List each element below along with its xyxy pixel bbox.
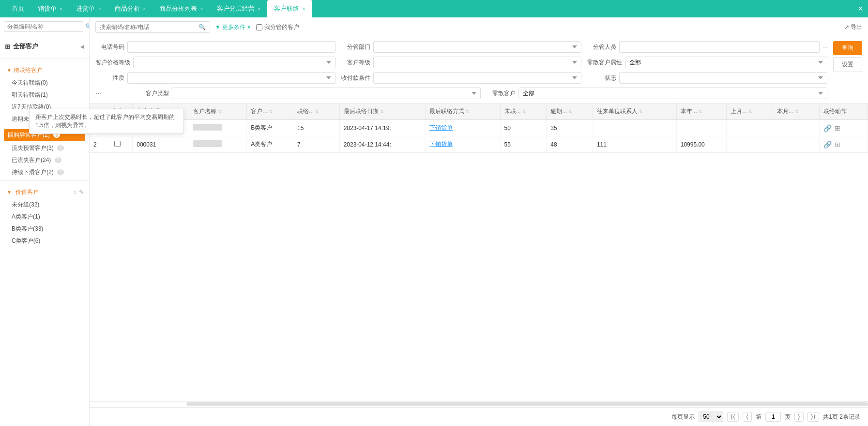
price-grade-select[interactable] bbox=[133, 57, 335, 68]
close-customer-contact-icon[interactable]: × bbox=[302, 6, 305, 12]
sort-this-month-icon[interactable]: ⇅ bbox=[795, 109, 799, 114]
cell-uncontact-1: 55 bbox=[500, 136, 547, 153]
phone-input[interactable] bbox=[127, 41, 335, 53]
cell-uncontact-0: 50 bbox=[500, 120, 547, 136]
page-prev-btn[interactable]: ⟨ bbox=[743, 412, 752, 422]
collapse-icon[interactable]: ◀ bbox=[80, 44, 84, 49]
nav-customer-contact[interactable]: 客户联络 × bbox=[267, 0, 312, 17]
nav-home[interactable]: 首页 bbox=[5, 0, 31, 17]
sort-contact-icon[interactable]: ⇅ bbox=[315, 109, 319, 114]
sort-name-icon[interactable]: ⇅ bbox=[218, 109, 222, 114]
search-input[interactable] bbox=[100, 24, 197, 30]
sidebar-item-loss-warning[interactable]: 流失预警客户(3) ? bbox=[0, 142, 89, 154]
help-icon-1: ? bbox=[57, 145, 64, 151]
sidebar-item-declining-customers[interactable]: 持续下滑客户(2) ? bbox=[0, 166, 89, 178]
sort-type-icon[interactable]: ⇅ bbox=[269, 109, 273, 114]
sidebar-item-class-b[interactable]: B类客户(33) bbox=[0, 223, 89, 235]
status-select[interactable] bbox=[619, 72, 827, 84]
manager-dots-icon[interactable]: ··· bbox=[822, 44, 827, 50]
window-close-icon[interactable]: × bbox=[858, 4, 863, 13]
sort-last-method-icon[interactable]: ⇅ bbox=[466, 109, 470, 114]
sort-last-date-icon[interactable]: ⇅ bbox=[380, 109, 384, 114]
sort-this-year-icon[interactable]: ⇅ bbox=[699, 109, 702, 114]
phone-label: 电话号码 bbox=[95, 43, 124, 51]
sidebar-item-tomorrow-contact[interactable]: 明天待联络(1) bbox=[0, 89, 89, 101]
retail-attr-select[interactable]: 全部 bbox=[625, 57, 827, 68]
cell-name-1 bbox=[189, 136, 247, 153]
nav-sales-order[interactable]: 销货单 × bbox=[31, 0, 69, 17]
action-link-icon-1[interactable]: 🔗 bbox=[823, 141, 832, 148]
filter-icon: ▼ bbox=[215, 24, 221, 30]
pending-contact-group-title[interactable]: ▼ 待联络客户 bbox=[0, 64, 89, 77]
nav-product-analysis[interactable]: 商品分析 × bbox=[108, 0, 152, 17]
action-grid-icon-1[interactable]: ⊞ bbox=[835, 141, 840, 148]
sort-contact2-icon[interactable]: ⇅ bbox=[639, 109, 643, 114]
table-header-row: ⚙ 客户编码⇅ 客户名称⇅ 客户...⇅ 联络...⇅ 最后联络日期⇅ 最后联络… bbox=[90, 103, 868, 120]
value-circle-icon[interactable]: ○ bbox=[73, 189, 77, 196]
all-customers-header[interactable]: ⊞ 全部客户 ◀ bbox=[0, 39, 89, 54]
sidebar-item-lost-customers[interactable]: 已流失客户(24) ? bbox=[0, 154, 89, 166]
th-this-month: 本月...⇅ bbox=[773, 103, 819, 120]
filter-cell-payment: 收付款条件 bbox=[341, 72, 581, 84]
close-product-analysis-icon[interactable]: × bbox=[143, 6, 146, 12]
retail-customer-select[interactable]: 全部 bbox=[518, 88, 827, 99]
settings-button[interactable]: 设置 bbox=[833, 57, 862, 72]
close-product-analysis-list-icon[interactable]: × bbox=[200, 6, 203, 12]
th-overdue: 逾期...⇅ bbox=[547, 103, 593, 120]
query-button[interactable]: 查询 bbox=[833, 41, 862, 55]
customer-grade-select[interactable] bbox=[373, 57, 581, 68]
more-conditions-btn[interactable]: ▼ 更多条件 ∧ bbox=[215, 23, 251, 31]
nav-purchase-order[interactable]: 进货单 × bbox=[69, 0, 107, 17]
page-first-btn[interactable]: ⟨⟨ bbox=[727, 412, 739, 422]
row-checkbox-1[interactable] bbox=[114, 141, 121, 147]
retail-customer-label: 零散客户 bbox=[487, 89, 516, 98]
customer-grade-select-wrap bbox=[373, 57, 581, 68]
my-customers-checkbox[interactable]: 我分管的客户 bbox=[256, 23, 299, 31]
customer-type-select[interactable] bbox=[172, 88, 481, 99]
action-grid-icon-0[interactable]: ⊞ bbox=[835, 124, 840, 132]
last-method-link-0[interactable]: 下销货单 bbox=[429, 124, 453, 131]
export-btn[interactable]: ↗ 导出 bbox=[844, 23, 862, 31]
sidebar-item-no-group[interactable]: 未分组(32) bbox=[0, 199, 89, 211]
value-customer-group-title[interactable]: ▼ 价值客户 ○ ✎ bbox=[0, 186, 89, 199]
sidebar-search-icon[interactable]: 🔍 bbox=[85, 23, 90, 30]
close-sales-order-icon[interactable]: × bbox=[60, 6, 62, 12]
tooltip-box: 距客户上次交易时长，超过了此客户的平均交易周期的1.5倍，则视为异常。 bbox=[90, 109, 184, 134]
action-link-icon-0[interactable]: 🔗 bbox=[823, 124, 832, 132]
sort-last-month-icon[interactable]: ⇅ bbox=[748, 109, 752, 114]
filter-panel: 电话号码 分管部门 分管人员 ··· bbox=[90, 37, 868, 103]
horizontal-scrollbar[interactable] bbox=[186, 402, 868, 406]
dept-select-wrap bbox=[373, 41, 581, 53]
last-method-link-1[interactable]: 下销货单 bbox=[429, 141, 453, 147]
filter-bar: 🔍 ▼ 更多条件 ∧ 我分管的客户 ↗ 导出 bbox=[90, 17, 868, 37]
customer-type-label: 客户类型 bbox=[140, 89, 169, 98]
more-filter-dots-icon[interactable]: ··· bbox=[95, 89, 102, 98]
sidebar-search-input[interactable] bbox=[4, 21, 83, 32]
th-uncontact: 未联...⇅ bbox=[500, 103, 547, 120]
page-next-btn[interactable]: ⟩ bbox=[794, 412, 804, 422]
search-icon[interactable]: 🔍 bbox=[198, 24, 206, 30]
sidebar-item-class-a[interactable]: A类客户(1) bbox=[0, 211, 89, 223]
my-customers-check-input[interactable] bbox=[256, 24, 262, 30]
dept-select[interactable] bbox=[373, 41, 581, 53]
sidebar-item-class-c[interactable]: C类客户(6) bbox=[0, 235, 89, 247]
filter-cell-dots: ··· bbox=[95, 89, 134, 98]
scroll-bar-area bbox=[90, 401, 868, 407]
sidebar-item-today-contact[interactable]: 今天待联络(0) bbox=[0, 77, 89, 89]
sort-uncontact-icon[interactable]: ⇅ bbox=[522, 109, 526, 114]
close-purchase-order-icon[interactable]: × bbox=[98, 6, 101, 12]
nav-customer-segment[interactable]: 客户分层经营 × bbox=[210, 0, 267, 17]
sidebar-divider-2 bbox=[0, 180, 89, 181]
page-number-input[interactable] bbox=[765, 412, 781, 422]
retail-attr-label: 零散客户属性 bbox=[587, 59, 622, 67]
payment-select[interactable] bbox=[373, 72, 581, 84]
sort-overdue-icon[interactable]: ⇅ bbox=[568, 109, 572, 114]
page-last-btn[interactable]: ⟩⟩ bbox=[807, 412, 819, 422]
filter-row-3: 性质 收付款条件 状态 bbox=[95, 72, 827, 84]
manager-input[interactable] bbox=[619, 41, 820, 53]
nature-select[interactable] bbox=[127, 72, 335, 84]
value-edit-icon[interactable]: ✎ bbox=[79, 189, 84, 196]
close-customer-segment-icon[interactable]: × bbox=[258, 6, 260, 12]
per-page-select[interactable]: 50 100 bbox=[699, 411, 723, 422]
nav-product-analysis-list[interactable]: 商品分析列表 × bbox=[152, 0, 210, 17]
